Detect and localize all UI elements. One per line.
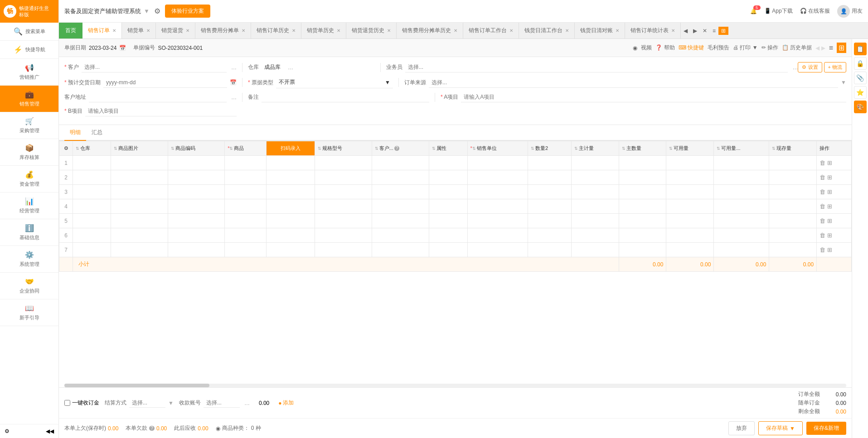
- cell-qty2[interactable]: [528, 185, 572, 199]
- save-draft-button[interactable]: 保存草稿 ▼: [758, 421, 803, 435]
- tab-close-icon[interactable]: ✕: [292, 28, 296, 33]
- tab-close-icon[interactable]: ✕: [565, 28, 569, 33]
- cell-cust-code[interactable]: [372, 185, 429, 199]
- settings-right-btn[interactable]: ⚙ 设置: [798, 62, 822, 72]
- save-new-button[interactable]: 保存&新增: [806, 422, 846, 435]
- cell-avail-qty2[interactable]: [714, 170, 769, 185]
- cell-image[interactable]: [111, 243, 168, 257]
- delete-row-icon[interactable]: 🗑: [820, 232, 825, 239]
- cell-stock-qty[interactable]: [769, 170, 817, 185]
- tab-close-all-button[interactable]: ✕: [700, 28, 710, 34]
- sidebar-item-finance[interactable]: 💰 资金管理: [0, 166, 58, 193]
- cell-stock-qty[interactable]: [769, 156, 817, 170]
- customer-expand-icon[interactable]: …: [231, 64, 237, 71]
- sidebar-item-operations[interactable]: 📊 经营管理: [0, 193, 58, 219]
- delete-row-icon[interactable]: 🗑: [820, 217, 825, 224]
- cell-avail-qty[interactable]: [666, 170, 714, 185]
- cell-avail-qty2[interactable]: [714, 156, 769, 170]
- notification-button[interactable]: 🔔 5: [750, 8, 757, 14]
- cell-unit[interactable]: [467, 170, 528, 185]
- history-btn[interactable]: 📋 历史单据: [782, 44, 812, 52]
- cell-qty2[interactable]: [528, 228, 572, 243]
- discard-button[interactable]: 放弃: [728, 421, 755, 435]
- cell-image[interactable]: [111, 199, 168, 214]
- cell-avail-qty[interactable]: [666, 199, 714, 214]
- cell-stock-qty[interactable]: [769, 228, 817, 243]
- cell-attr[interactable]: [429, 214, 467, 228]
- cell-main-qty[interactable]: [619, 185, 666, 199]
- account-expand-icon[interactable]: …: [244, 400, 250, 406]
- cell-qty2[interactable]: [528, 156, 572, 170]
- addr-expand-icon[interactable]: …: [231, 94, 237, 101]
- tab-close-icon[interactable]: ✕: [671, 28, 675, 33]
- tab-daily-workbench[interactable]: 钱货日清工作台 ✕: [519, 23, 575, 39]
- order-source-input[interactable]: [429, 77, 838, 88]
- cell-cust-code[interactable]: [372, 228, 429, 243]
- cell-spec[interactable]: [315, 185, 372, 199]
- cell-code[interactable]: [168, 199, 224, 214]
- tab-daily-reconcile[interactable]: 钱货日清对账 ✕: [575, 23, 625, 39]
- delete-row-icon[interactable]: 🗑: [820, 174, 825, 181]
- sidebar-collapse-icon[interactable]: ◀◀: [46, 428, 54, 434]
- sidebar-item-cooperation[interactable]: 🤝 企业协同: [0, 273, 58, 299]
- tab-sales-invoice[interactable]: 销货单 ✕: [122, 23, 156, 39]
- cell-avail-qty2[interactable]: [714, 185, 769, 199]
- system-selector[interactable]: 装备及固定资产辅助管理系统 ▼: [64, 7, 150, 15]
- tab-home[interactable]: 首页: [59, 23, 82, 39]
- cell-qty2[interactable]: [528, 243, 572, 257]
- cell-main-qty[interactable]: [619, 170, 666, 185]
- cell-attr[interactable]: [429, 228, 467, 243]
- add-button[interactable]: ● 添加: [278, 399, 293, 407]
- cell-name[interactable]: [225, 243, 267, 257]
- cell-unit[interactable]: [467, 185, 528, 199]
- cell-cust-code[interactable]: [372, 214, 429, 228]
- cell-qty2[interactable]: [528, 199, 572, 214]
- cell-avail-qty2[interactable]: [714, 228, 769, 243]
- sidebar-item-marketing[interactable]: 📢 营销推广: [0, 59, 58, 86]
- tab-close-icon[interactable]: ✕: [242, 28, 245, 33]
- cell-stock-qty[interactable]: [769, 243, 817, 257]
- cell-main-qty[interactable]: [619, 214, 666, 228]
- tab-fee-split[interactable]: 销售费用分摊单 ✕: [195, 23, 251, 39]
- cell-main-qty[interactable]: [619, 228, 666, 243]
- sidebar-gear-icon[interactable]: ⚙: [5, 428, 10, 434]
- cell-avail-qty2[interactable]: [714, 199, 769, 214]
- online-support-link[interactable]: 🎧 在线客服: [800, 7, 830, 15]
- cell-spec[interactable]: [315, 199, 372, 214]
- cell-spec[interactable]: [315, 214, 372, 228]
- delete-row-icon[interactable]: 🗑: [820, 159, 825, 166]
- tab-fee-history[interactable]: 销售费用分摊单历史 ✕: [397, 23, 463, 39]
- cell-warehouse[interactable]: [73, 228, 111, 243]
- calendar-icon[interactable]: 📅: [119, 45, 126, 51]
- copy-row-icon[interactable]: ⊞: [827, 159, 832, 166]
- horizontal-scrollbar[interactable]: [64, 384, 846, 387]
- cell-scan[interactable]: [267, 170, 315, 185]
- cell-name[interactable]: [225, 170, 267, 185]
- cell-unit[interactable]: [467, 214, 528, 228]
- cell-scan[interactable]: [267, 156, 315, 170]
- rt-btn-2[interactable]: 🔒: [854, 57, 867, 70]
- cell-warehouse[interactable]: [73, 156, 111, 170]
- cell-qty2[interactable]: [528, 214, 572, 228]
- tab-sales-order[interactable]: 销售订单 ✕: [82, 23, 122, 39]
- profit-btn[interactable]: 毛利预告: [708, 44, 729, 52]
- card-view-icon[interactable]: ⊞: [837, 43, 846, 53]
- copy-row-icon[interactable]: ⊞: [827, 188, 832, 195]
- cell-unit[interactable]: [467, 199, 528, 214]
- cell-qty2[interactable]: [528, 170, 572, 185]
- cell-cust-code[interactable]: [372, 170, 429, 185]
- sidebar-item-guide[interactable]: 📖 新手引导: [0, 299, 58, 326]
- cell-avail-qty[interactable]: [666, 214, 714, 228]
- tab-close-icon[interactable]: ✕: [112, 28, 116, 33]
- cell-main-unit[interactable]: [571, 199, 619, 214]
- cell-attr[interactable]: [429, 185, 467, 199]
- sidebar-item-quick-nav[interactable]: ⚡ 快捷导航: [0, 41, 58, 59]
- cell-stock-qty[interactable]: [769, 185, 817, 199]
- tab-order-history[interactable]: 销售订单历史 ✕: [251, 23, 301, 39]
- tab-summary[interactable]: 汇总: [86, 125, 108, 141]
- cell-scan[interactable]: [267, 185, 315, 199]
- delete-row-icon[interactable]: 🗑: [820, 188, 825, 195]
- help-btn[interactable]: ❓ 帮助: [655, 44, 674, 52]
- cell-scan[interactable]: [267, 214, 315, 228]
- cell-attr[interactable]: [429, 156, 467, 170]
